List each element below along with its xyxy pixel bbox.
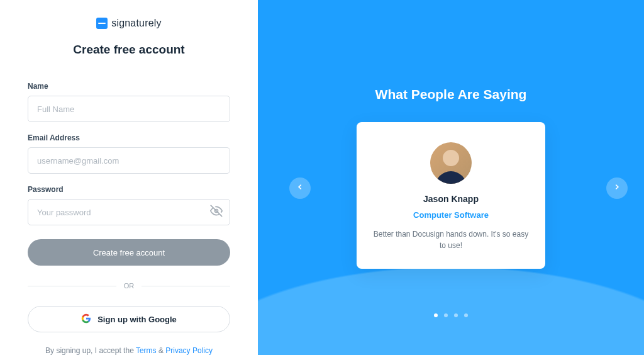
terms-text: By signing up, I accept the Terms & Priv…	[28, 346, 230, 355]
password-wrapper	[28, 199, 230, 225]
carousel-dot-3[interactable]	[454, 313, 458, 317]
logo-icon	[96, 18, 108, 29]
chevron-right-icon	[613, 183, 621, 194]
carousel-next-button[interactable]	[606, 178, 628, 199]
testimonials-heading: What People Are Saying	[375, 87, 527, 102]
name-input[interactable]	[28, 96, 230, 122]
testimonial-card: Jason Knapp Computer Software Better tha…	[357, 122, 545, 269]
carousel-dot-4[interactable]	[464, 313, 468, 317]
divider-line-left	[28, 286, 116, 286]
divider-text: OR	[124, 282, 135, 290]
create-account-button[interactable]: Create free account	[28, 239, 230, 266]
toggle-password-visibility-icon[interactable]	[210, 205, 223, 220]
page-title: Create free account	[73, 43, 184, 57]
google-button-label: Sign up with Google	[97, 315, 177, 324]
password-input[interactable]	[28, 199, 230, 225]
carousel-prev-button[interactable]	[289, 178, 311, 199]
carousel-dots	[434, 313, 468, 317]
testimonials-panel: What People Are Saying Jason Knapp Compu…	[258, 0, 644, 355]
chevron-left-icon	[296, 183, 304, 194]
email-field-group: Email Address	[28, 133, 230, 174]
name-field-group: Name	[28, 82, 230, 122]
logo: signaturely	[96, 18, 162, 29]
name-label: Name	[28, 82, 230, 91]
password-field-group: Password	[28, 185, 230, 225]
testimonial-role: Computer Software	[372, 210, 530, 220]
divider: OR	[28, 282, 230, 290]
signup-form: Name Email Address Password Create free	[28, 82, 230, 355]
divider-line-right	[142, 286, 230, 286]
password-label: Password	[28, 185, 230, 194]
signup-panel: signaturely Create free account Name Ema…	[0, 0, 258, 355]
terms-amp: &	[157, 346, 166, 355]
testimonial-name: Jason Knapp	[372, 194, 530, 204]
brand-name: signaturely	[111, 18, 162, 29]
carousel-dot-1[interactable]	[434, 313, 438, 317]
testimonial-quote: Better than Docusign hands down. It's so…	[372, 228, 530, 251]
avatar	[430, 142, 472, 184]
google-icon	[81, 313, 91, 325]
email-input[interactable]	[28, 147, 230, 174]
terms-link[interactable]: Terms	[136, 346, 157, 355]
privacy-link[interactable]: Privacy Policy	[165, 346, 213, 355]
google-signup-button[interactable]: Sign up with Google	[28, 306, 230, 332]
terms-prefix: By signing up, I accept the	[45, 346, 136, 355]
carousel-dot-2[interactable]	[444, 313, 448, 317]
email-label: Email Address	[28, 133, 230, 142]
